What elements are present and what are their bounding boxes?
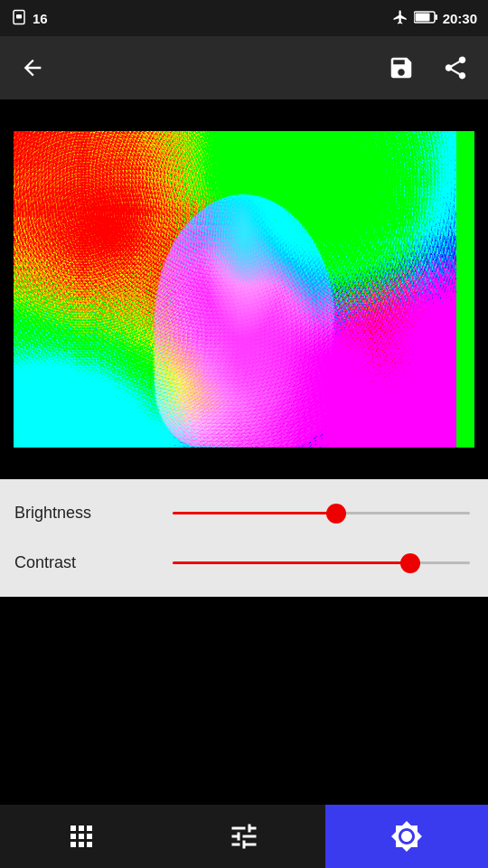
person-silhouette: [154, 194, 334, 448]
brightness-row: Brightness: [0, 488, 488, 538]
brightness-thumb[interactable]: [326, 504, 346, 524]
photo-content: [14, 131, 474, 448]
brightness-fill: [173, 512, 336, 514]
brightness-slider-container[interactable]: [173, 495, 488, 532]
image-area: [0, 99, 488, 479]
nav-filter-grid[interactable]: [0, 805, 163, 868]
back-button[interactable]: [14, 50, 51, 86]
photo-canvas: [14, 131, 474, 448]
brightness-label: Brightness: [14, 504, 173, 523]
contrast-slider-container[interactable]: [173, 545, 488, 581]
status-bar: 16 20:30: [0, 0, 488, 36]
time-display: 20:30: [443, 11, 477, 26]
status-bar-right: 20:30: [392, 9, 477, 28]
sliders-panel: Brightness Contrast: [0, 479, 488, 597]
signal-value: 16: [33, 11, 48, 26]
share-button[interactable]: [437, 50, 474, 86]
nav-brightness[interactable]: [325, 805, 488, 868]
contrast-label: Contrast: [14, 553, 173, 572]
sim-icon: [11, 9, 27, 28]
bottom-nav: [0, 805, 488, 868]
brightness-track: [173, 512, 470, 514]
svg-rect-3: [435, 14, 437, 20]
save-button[interactable]: [383, 50, 419, 86]
svg-rect-1: [16, 14, 22, 19]
contrast-track: [173, 561, 470, 564]
battery-icon: [414, 11, 437, 26]
airplane-icon: [392, 9, 408, 28]
contrast-row: Contrast: [0, 538, 488, 588]
status-bar-left: 16: [11, 9, 48, 28]
contrast-thumb[interactable]: [400, 553, 420, 573]
bottom-spacer: [0, 597, 488, 714]
green-stripe: [456, 131, 474, 448]
contrast-fill: [173, 561, 410, 564]
svg-rect-4: [415, 13, 429, 21]
nav-adjustments[interactable]: [163, 805, 325, 868]
toolbar: [0, 36, 488, 99]
